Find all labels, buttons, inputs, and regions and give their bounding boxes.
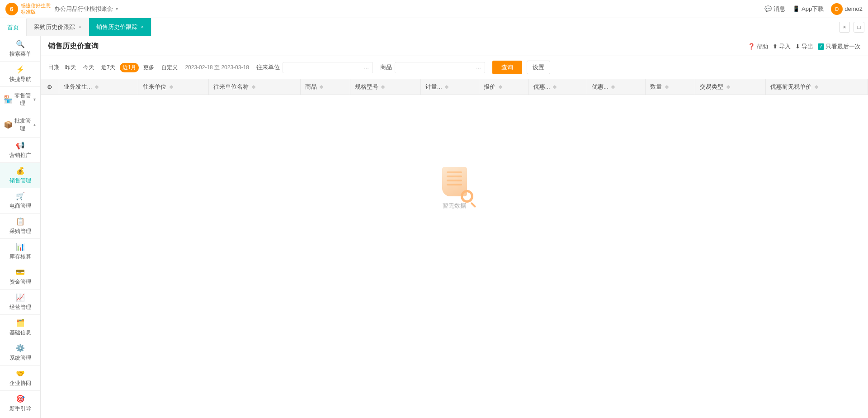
purchase-mgmt-icon: 📋 — [16, 217, 25, 226]
page-actions: ❓ 帮助 ⬆ 导入 ⬇ 导出 ✓ 只看最后一次 — [748, 43, 861, 51]
tab-sales-close[interactable]: × — [141, 24, 144, 29]
help-icon: ❓ — [748, 43, 755, 50]
help-button[interactable]: ❓ 帮助 — [748, 43, 768, 51]
date-btn-custom[interactable]: 自定义 — [159, 63, 180, 72]
partner-label: 往来单位 — [256, 63, 280, 71]
sidebar-item-sales-mgmt[interactable]: 💰 销售管理 — [0, 163, 40, 188]
col-pre-discount-price[interactable]: 优惠前无税单价 — [766, 79, 868, 95]
import-button[interactable]: ⬆ 导入 — [773, 43, 791, 51]
page-title-row: 销售历史价查询 ❓ 帮助 ⬆ 导入 ⬇ 导出 ✓ — [48, 42, 861, 56]
date-range-text: 2023-02-18 至 2023-03-18 — [185, 64, 249, 71]
message-button[interactable]: 💬 消息 — [764, 5, 785, 13]
sidebar-item-newbie[interactable]: 🎯 新手引导 — [0, 391, 40, 416]
sidebar-item-operations-label: 经营管理 — [9, 304, 31, 311]
table-header-row: ⚙ 业务发生... 往来单位 — [41, 79, 868, 95]
col-discount2[interactable]: 优惠... — [587, 79, 645, 95]
goods-input[interactable]: ··· — [395, 62, 485, 73]
col-partner-name[interactable]: 往来单位名称 — [209, 79, 301, 95]
sidebar-item-basic-info[interactable]: 🗂️ 基础信息 — [0, 315, 40, 340]
operations-icon: 📈 — [16, 293, 25, 302]
sort-discount1 — [553, 85, 557, 89]
date-btn-more[interactable]: 更多 — [141, 63, 157, 72]
col-goods[interactable]: 商品 — [300, 79, 350, 95]
tab-sales-label: 销售历史价跟踪 — [96, 23, 137, 31]
date-btn-last7days[interactable]: 近7天 — [99, 63, 118, 72]
enterprise-coop-icon: 🤝 — [16, 369, 25, 378]
date-btn-last1month[interactable]: 近1月 — [120, 63, 139, 72]
sidebar-item-ecommerce[interactable]: 🛒 电商管理 — [0, 188, 40, 214]
col-quantity[interactable]: 数量 — [646, 79, 695, 95]
sort-biz-date — [95, 85, 99, 89]
sidebar-item-basicinfo-label: 基础信息 — [9, 329, 31, 337]
date-btn-today[interactable]: 今天 — [80, 63, 97, 72]
tab-bar: 首页 采购历史价跟踪 × 销售历史价跟踪 × × □ — [0, 18, 868, 36]
sort-trade-type — [726, 85, 730, 89]
page-title: 销售历史价查询 — [48, 42, 99, 51]
col-partner-code[interactable]: 往来单位 — [138, 79, 209, 95]
sort-pre-discount-price — [815, 85, 818, 89]
top-bar-right: 💬 消息 📱 App下载 D demo2 — [764, 3, 863, 15]
col-discount1[interactable]: 优惠... — [528, 79, 587, 95]
sidebar-item-retail-label: 零售管理 — [14, 92, 31, 107]
sales-mgmt-icon: 💰 — [16, 166, 25, 175]
logo-area: 6 畅捷信好生意 标准版 — [5, 3, 51, 15]
sidebar-item-ecommerce-label: 电商管理 — [9, 202, 31, 210]
only-last-checkbox[interactable]: ✓ — [818, 43, 824, 50]
query-button[interactable]: 查询 — [492, 61, 522, 74]
tab-bar-actions: × □ — [839, 18, 868, 36]
sidebar-item-sales-label: 销售管理 — [9, 177, 31, 185]
phone-icon: 📱 — [793, 5, 800, 12]
col-biz-date[interactable]: 业务发生... — [59, 79, 138, 95]
dropdown-icon[interactable]: ▾ — [116, 6, 118, 11]
tab-home[interactable]: 首页 — [0, 18, 27, 36]
date-btn-yesterday[interactable]: 昨天 — [62, 63, 79, 72]
col-unit[interactable]: 计量... — [420, 79, 479, 95]
tab-minimize-button[interactable]: × — [839, 22, 850, 33]
sidebar-item-retail-mgmt[interactable]: 🏪 零售管理 ▼ — [0, 87, 40, 112]
sidebar-item-inventory-label: 库存核算 — [9, 253, 31, 261]
col-settings[interactable]: ⚙ — [41, 79, 59, 95]
sidebar-item-finance-label: 资金管理 — [9, 278, 31, 286]
date-filter-label: 日期 — [48, 63, 60, 71]
sidebar: 🔍 搜索菜单 ⚡ 快捷导航 🏪 零售管理 ▼ 📦 批发管理 ▲ 📢 营销推广 💰… — [0, 36, 41, 418]
sidebar-item-system-label: 系统管理 — [9, 354, 31, 362]
sidebar-item-wholesale-mgmt[interactable]: 📦 批发管理 ▲ — [0, 112, 40, 138]
sidebar-item-marketing-label: 营销推广 — [9, 152, 31, 159]
app-download-button[interactable]: 📱 App下载 — [793, 5, 824, 13]
user-profile[interactable]: D demo2 — [831, 3, 863, 15]
filter-bar: 日期 昨天 今天 近7天 近1月 更多 自定义 2023-02-18 至 202… — [41, 56, 868, 79]
basic-info-icon: 🗂️ — [16, 318, 25, 327]
sidebar-item-system[interactable]: ⚙️ 系统管理 — [0, 340, 40, 366]
sidebar-item-app-center[interactable]: 📱 应用中心 — [0, 416, 40, 418]
sidebar-item-operations[interactable]: 📈 经营管理 — [0, 290, 40, 315]
sidebar-item-search-menu[interactable]: 🔍 搜索菜单 — [0, 36, 40, 62]
marketing-icon: 📢 — [16, 141, 25, 150]
tab-purchase-close[interactable]: × — [79, 24, 81, 29]
goods-input-dots: ··· — [476, 64, 481, 71]
export-icon: ⬇ — [795, 43, 800, 50]
sidebar-item-enterprise-coop[interactable]: 🤝 企业协同 — [0, 366, 40, 391]
col-trade-type[interactable]: 交易类型 — [695, 79, 765, 95]
table-area: ⚙ 业务发生... 往来单位 — [41, 79, 868, 418]
tab-sales-history[interactable]: 销售历史价跟踪 × — [89, 18, 151, 36]
tab-purchase-history[interactable]: 采购历史价跟踪 × — [27, 18, 89, 36]
tab-maximize-button[interactable]: □ — [854, 22, 864, 33]
retail-arrow-icon: ▼ — [33, 97, 37, 102]
sidebar-item-wholesale-label: 批发管理 — [14, 117, 31, 133]
sidebar-item-purchase-mgmt[interactable]: 📋 采购管理 — [0, 214, 40, 239]
col-quote[interactable]: 报价 — [479, 79, 528, 95]
sidebar-item-quicknav-label: 快捷导航 — [9, 76, 31, 83]
settings-icon[interactable]: ⚙ — [47, 84, 52, 90]
sidebar-item-finance[interactable]: 💳 资金管理 — [0, 264, 40, 290]
sidebar-item-marketing[interactable]: 📢 营销推广 — [0, 138, 40, 163]
export-button[interactable]: ⬇ 导出 — [795, 43, 813, 51]
avatar: D — [831, 3, 843, 15]
sidebar-item-purchase-label: 采购管理 — [9, 228, 31, 235]
sidebar-item-quick-nav[interactable]: ⚡ 快捷导航 — [0, 62, 40, 87]
setting-button[interactable]: 设置 — [527, 61, 550, 74]
sidebar-item-inventory[interactable]: 📊 库存核算 — [0, 239, 40, 264]
only-last-button[interactable]: ✓ 只看最后一次 — [818, 43, 861, 51]
sort-discount2 — [611, 85, 615, 89]
col-spec[interactable]: 规格型号 — [350, 79, 420, 95]
partner-input[interactable]: ··· — [283, 62, 373, 73]
